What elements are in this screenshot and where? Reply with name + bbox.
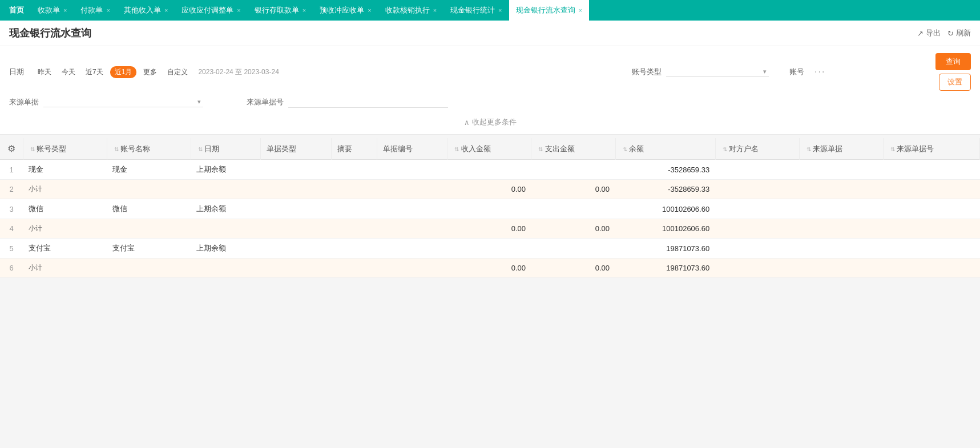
table-row: 6小计0.000.0019871073.60 [0, 259, 980, 278]
query-button[interactable]: 查询 [935, 53, 971, 70]
sort-icon-date: ⇅ [198, 146, 203, 152]
date-option-1month[interactable]: 近1月 [110, 66, 137, 78]
col-summary-label: 摘要 [337, 144, 352, 153]
cell-expense: 0.00 [531, 259, 615, 278]
source-doc-filter-group: 来源单据 ▾ [9, 97, 237, 107]
col-expense[interactable]: ⇅ 支出金额 [531, 138, 615, 160]
settings-button[interactable]: 设置 [939, 74, 971, 91]
cell-summary [331, 259, 377, 278]
refresh-button[interactable]: ↻ 刷新 [947, 28, 971, 38]
date-filter-label: 日期 [9, 67, 30, 77]
col-expense-label: 支出金额 [545, 144, 575, 153]
date-option-today[interactable]: 今天 [58, 66, 79, 78]
cell-income [447, 199, 531, 219]
account-dots-button[interactable]: ··· [814, 67, 825, 77]
source-doc-no-input[interactable] [288, 96, 448, 108]
nav-tab-receipt-exec-close[interactable]: × [433, 0, 437, 21]
nav-tab-bank-deposit-close[interactable]: × [303, 0, 306, 21]
col-source-doc[interactable]: ⇅ 来源单据 [799, 138, 883, 160]
source-doc-select[interactable]: ▾ [43, 97, 203, 107]
export-button[interactable]: ↗ 导出 [917, 28, 941, 38]
nav-tab-bank-flow[interactable]: 现金银行流水查询 × [509, 0, 589, 21]
col-doc-no[interactable]: 单据编号 [377, 138, 447, 160]
source-doc-chevron: ▾ [197, 98, 201, 106]
col-summary[interactable]: 摘要 [331, 138, 377, 160]
col-settings[interactable]: ⚙ [0, 138, 23, 160]
cell-counterparty [715, 239, 799, 259]
nav-tab-receipt-exec[interactable]: 收款核销执行 × [378, 0, 443, 21]
cell-expense [531, 199, 615, 219]
nav-tab-prepay-offset-close[interactable]: × [368, 0, 371, 21]
cell-balance: 19871073.60 [615, 239, 715, 259]
nav-tab-bank-deposit[interactable]: 银行存取款单 × [248, 0, 313, 21]
table-body: 1现金现金上期余额-3528659.332小计0.000.00-3528659.… [0, 160, 980, 278]
filter-row-date: 日期 昨天 今天 近7天 近1月 更多 自定义 2023-02-24 至 202… [9, 53, 971, 91]
account-type-chevron: ▾ [763, 68, 767, 75]
cell-account-name [107, 219, 191, 239]
sort-icon-source-doc-no: ⇅ [890, 146, 895, 152]
col-balance-label: 余额 [629, 144, 644, 153]
cell-counterparty [715, 160, 799, 180]
col-doc-type[interactable]: 单据类型 [260, 138, 331, 160]
nav-tab-ar-ap-adjust-close[interactable]: × [237, 0, 240, 21]
col-account-type[interactable]: ⇅ 账号类型 [23, 138, 107, 160]
source-doc-no-filter-group: 来源单据号 [247, 96, 452, 108]
col-account-name[interactable]: ⇅ 账号名称 [107, 138, 191, 160]
cell-balance: -3528659.33 [615, 180, 715, 199]
date-range-display: 2023-02-24 至 2023-03-24 [198, 67, 279, 77]
col-counterparty-label: 对方户名 [729, 144, 759, 153]
sort-icon-counterparty: ⇅ [723, 146, 727, 152]
cell-summary [331, 199, 377, 219]
nav-tab-bank-stats-label: 现金银行统计 [450, 0, 495, 21]
nav-tab-payments[interactable]: 付款单 × [74, 0, 116, 21]
col-income-label: 收入金额 [461, 144, 491, 153]
export-icon: ↗ [917, 29, 923, 38]
nav-tab-ar-ap-adjust[interactable]: 应收应付调整单 × [175, 0, 247, 21]
cell-expense [531, 239, 615, 259]
cell-source-doc [799, 259, 883, 278]
row-num: 2 [0, 180, 23, 199]
nav-tab-bank-stats[interactable]: 现金银行统计 × [443, 0, 509, 21]
collapse-bar[interactable]: ∧ 收起更多条件 [9, 114, 971, 127]
cell-source-doc [799, 239, 883, 259]
cell-account-type: 小计 [23, 219, 107, 239]
date-option-7days[interactable]: 近7天 [82, 66, 107, 78]
col-date[interactable]: ⇅ 日期 [191, 138, 260, 160]
refresh-icon: ↻ [947, 29, 954, 38]
table-row: 4小计0.000.00100102606.60 [0, 219, 980, 239]
sort-icon-account-name: ⇅ [114, 146, 119, 152]
nav-tab-bank-stats-close[interactable]: × [498, 0, 502, 21]
sort-icon-income: ⇅ [454, 146, 459, 152]
sort-icon-balance: ⇅ [623, 146, 627, 152]
nav-tab-other-income[interactable]: 其他收入单 × [117, 0, 175, 21]
column-settings-icon[interactable]: ⚙ [7, 144, 15, 154]
nav-tab-bank-deposit-label: 银行存取款单 [255, 0, 299, 21]
nav-home[interactable]: 首页 [2, 0, 31, 21]
collapse-icon: ∧ [464, 118, 470, 127]
cell-balance: 100102606.60 [615, 199, 715, 219]
date-option-more[interactable]: 更多 [140, 66, 160, 78]
cell-balance: 19871073.60 [615, 259, 715, 278]
col-balance[interactable]: ⇅ 余额 [615, 138, 715, 160]
sort-icon-account-type: ⇅ [30, 146, 35, 152]
nav-tab-receipts[interactable]: 收款单 × [31, 0, 74, 21]
date-option-custom[interactable]: 自定义 [164, 66, 191, 78]
col-income[interactable]: ⇅ 收入金额 [447, 138, 531, 160]
cell-account-name: 微信 [107, 199, 191, 219]
cell-doc-no [377, 239, 447, 259]
cell-doc-type [260, 239, 331, 259]
cell-source-doc-no [883, 160, 979, 180]
nav-tab-prepay-offset[interactable]: 预收冲应收单 × [313, 0, 378, 21]
nav-tab-payments-close[interactable]: × [106, 0, 110, 21]
col-source-doc-no[interactable]: ⇅ 来源单据号 [883, 138, 979, 160]
cell-summary [331, 160, 377, 180]
account-type-select[interactable]: ▾ [666, 67, 769, 77]
cell-income: 0.00 [447, 259, 531, 278]
date-option-yesterday[interactable]: 昨天 [34, 66, 55, 78]
cell-source-doc [799, 160, 883, 180]
col-counterparty[interactable]: ⇅ 对方户名 [715, 138, 799, 160]
action-buttons: 查询 设置 [935, 53, 971, 91]
nav-tab-other-income-close[interactable]: × [164, 0, 168, 21]
nav-tab-receipts-close[interactable]: × [63, 0, 67, 21]
nav-tab-bank-flow-close[interactable]: × [579, 0, 582, 21]
